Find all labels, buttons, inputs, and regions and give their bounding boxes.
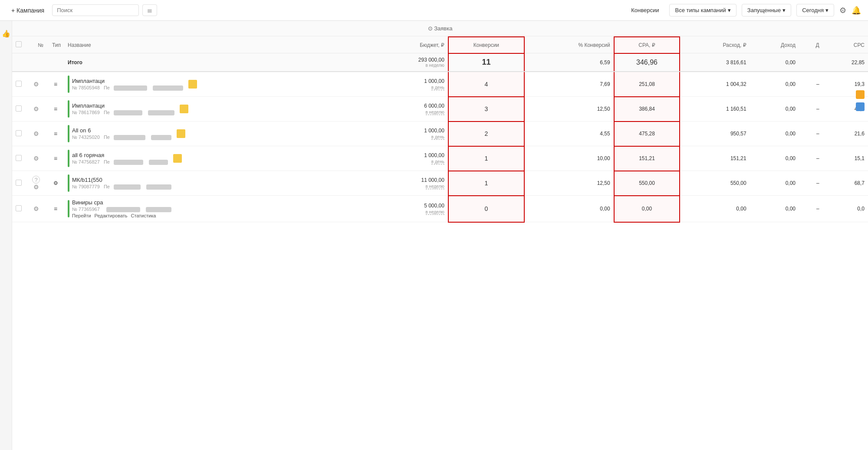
- row-income: 0,00: [750, 122, 799, 146]
- row-d: –: [799, 146, 823, 171]
- row-checkbox[interactable]: [16, 105, 22, 112]
- blue-square-icon[interactable]: [856, 102, 865, 111]
- side-panel: 👍: [0, 21, 12, 450]
- bell-icon[interactable]: 🔔: [852, 6, 861, 15]
- list-type-icon: ≡: [54, 105, 57, 112]
- row-pct: 12,50: [524, 97, 614, 122]
- col-header-name: Название: [64, 37, 372, 53]
- top-bar-left: + Кампания ⚌: [7, 4, 622, 16]
- row-cpa: 550,00: [614, 171, 680, 196]
- col-header-cpc: СРС: [823, 37, 868, 53]
- list-type-icon: ≡: [54, 155, 57, 162]
- row-type-cell: ≡: [47, 196, 64, 222]
- goal-header: ⊙ Заявка: [12, 21, 868, 36]
- campaign-type-filter[interactable]: Все типы кампаний ▾: [669, 4, 736, 16]
- table-row: ⚙ ≡ Имплантаци № 78505948 Пе: [12, 72, 868, 97]
- date-filter[interactable]: Сегодня ▾: [796, 4, 834, 16]
- row-checkbox[interactable]: [16, 205, 22, 211]
- settings-button[interactable]: ⚙: [839, 6, 846, 15]
- row-conversions: 1: [448, 146, 524, 171]
- col-header-d: Д: [799, 37, 823, 53]
- row-type-cell: ≡: [47, 72, 64, 97]
- col-header-checkbox: [12, 37, 25, 53]
- row-gear-cell: ⚙: [25, 72, 47, 97]
- col-header-budget: Бюджет, ₽: [372, 37, 448, 53]
- row-cpc: 68,7: [823, 171, 868, 196]
- row-income: 0,00: [750, 72, 799, 97]
- row-income: 0,00: [750, 97, 799, 122]
- thumb-up-icon[interactable]: 👍: [2, 30, 10, 38]
- col-header-income: Доход: [750, 37, 799, 53]
- row-budget: 5 000,00 в неделю: [372, 196, 448, 222]
- row-expense: 1 160,51: [680, 97, 750, 122]
- totals-cpc: 22,85: [823, 53, 868, 72]
- table-row: ⚙ ≡ All on 6 № 74325020 Пе: [12, 122, 868, 146]
- row-name-cell: Виниры сра № 77365967 Перейти Редактиров…: [64, 196, 372, 222]
- conversion-label[interactable]: Конверсии: [626, 4, 664, 16]
- row-d: –: [799, 97, 823, 122]
- status-filter[interactable]: Запущенные ▾: [742, 4, 791, 16]
- gear-icon[interactable]: ⚙: [33, 155, 39, 162]
- create-campaign-button[interactable]: + Кампания: [7, 4, 49, 16]
- row-checkbox[interactable]: [16, 180, 22, 186]
- gear-icon[interactable]: ⚙: [33, 184, 39, 191]
- row-cpc: 21,6: [823, 122, 868, 146]
- gear-icon[interactable]: ⚙: [33, 105, 39, 112]
- action-edit-link[interactable]: Редактировать: [95, 213, 128, 218]
- row-gear-cell: ⚙: [25, 196, 47, 222]
- row-gear-cell: ? ⚙: [25, 171, 47, 196]
- table-header-row: № Тип Название Бюджет, ₽ Конверсии % Кон…: [12, 37, 868, 53]
- row-pct: 12,50: [524, 171, 614, 196]
- row-checkbox-cell[interactable]: [12, 97, 25, 122]
- row-checkbox[interactable]: [16, 81, 22, 87]
- row-checkbox-cell[interactable]: [12, 171, 25, 196]
- col-header-cpa: CPA, ₽: [614, 37, 680, 53]
- search-box: [52, 4, 139, 16]
- filter-button[interactable]: ⚌: [142, 4, 157, 16]
- select-all-checkbox[interactable]: [16, 41, 22, 47]
- row-checkbox[interactable]: [16, 130, 22, 136]
- row-checkbox-cell[interactable]: [12, 196, 25, 222]
- campaigns-table: № Тип Название Бюджет, ₽ Конверсии % Кон…: [12, 36, 868, 223]
- row-cpc: 15,1: [823, 146, 868, 171]
- gear-icon[interactable]: ⚙: [33, 130, 39, 137]
- row-name-cell: Имплантаци № 78505948 Пе: [64, 72, 372, 97]
- gear-icon[interactable]: ⚙: [33, 81, 39, 88]
- row-gear-cell: ⚙: [25, 146, 47, 171]
- row-conversions: 3: [448, 97, 524, 122]
- row-type-cell: ⚙: [47, 171, 64, 196]
- row-checkbox[interactable]: [16, 155, 22, 161]
- totals-label: Итого: [64, 53, 372, 72]
- totals-type-cell: [47, 53, 64, 72]
- row-cpa: 475,28: [614, 122, 680, 146]
- row-cpa: 386,84: [614, 97, 680, 122]
- row-checkbox-cell[interactable]: [12, 72, 25, 97]
- chevron-down-icon: ▾: [728, 7, 731, 13]
- totals-budget: 293 000,00 в неделю: [372, 53, 448, 72]
- help-icon[interactable]: ?: [32, 176, 40, 184]
- table-row: ⚙ ≡ Имплантаци № 78617869 Пе: [12, 97, 868, 122]
- row-d: –: [799, 196, 823, 222]
- table-row: ⚙ ≡ all 6 горячая № 74756827 Пе: [12, 146, 868, 171]
- row-income: 0,00: [750, 171, 799, 196]
- row-conversions: 1: [448, 171, 524, 196]
- row-name-cell: All on 6 № 74325020 Пе: [64, 122, 372, 146]
- row-pct: 0,00: [524, 196, 614, 222]
- row-checkbox-cell[interactable]: [12, 122, 25, 146]
- search-input[interactable]: [57, 7, 134, 13]
- col-header-num: №: [25, 37, 47, 53]
- right-side-icons: [852, 87, 868, 115]
- action-go-link[interactable]: Перейти: [72, 213, 91, 218]
- totals-income: 0,00: [750, 53, 799, 72]
- row-checkbox-cell[interactable]: [12, 146, 25, 171]
- table-row: ⚙ ≡ Виниры сра № 77365967: [12, 196, 868, 222]
- top-bar-right: Конверсии Все типы кампаний ▾ Запущенные…: [626, 4, 861, 16]
- totals-cpa: 346,96: [614, 53, 680, 72]
- row-income: 0,00: [750, 146, 799, 171]
- gear-icon[interactable]: ⚙: [33, 205, 39, 212]
- row-d: –: [799, 171, 823, 196]
- col-header-type: Тип: [47, 37, 64, 53]
- row-pct: 4,55: [524, 122, 614, 146]
- action-stats-link[interactable]: Статистика: [131, 213, 156, 218]
- orange-square-icon[interactable]: [856, 90, 865, 99]
